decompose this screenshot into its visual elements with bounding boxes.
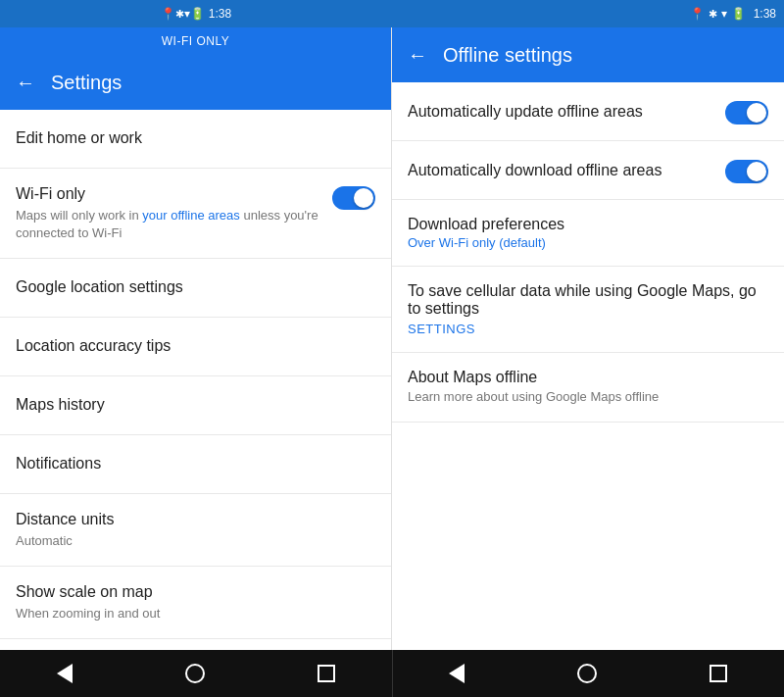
status-bar-left: 📍 ✱ ▾ 🔋 1:38 (0, 0, 392, 27)
settings-item-edit-home-work-label: Edit home or work (16, 128, 375, 149)
offline-item-download-preferences-label: Download preferences (408, 216, 768, 233)
nav-recent-button-right[interactable] (710, 665, 727, 682)
offline-item-about[interactable]: About Maps offline Learn more about usin… (392, 353, 784, 423)
status-bar-right: 📍 ✱ ▾ 🔋 1:38 (392, 0, 784, 27)
wifi-only-bar-label: WI-FI ONLY (162, 34, 229, 48)
status-battery-icon-right: 🔋 (731, 7, 746, 21)
offline-settings-title: Offline settings (443, 44, 572, 67)
offline-settings-list: Automatically update offline areas Autom… (392, 82, 784, 650)
offline-item-auto-download[interactable]: Automatically download offline areas (392, 141, 784, 200)
settings-back-button[interactable]: ← (16, 72, 35, 94)
status-bluetooth-icon-right: ✱ (709, 8, 717, 21)
offline-item-about-label: About Maps offline (408, 369, 768, 386)
status-time-right: 1:38 (754, 7, 776, 21)
nav-left (0, 664, 392, 683)
settings-item-google-location-label: Google location settings (16, 277, 375, 298)
settings-title: Settings (51, 72, 122, 94)
nav-right (393, 664, 785, 683)
status-battery-icon: 🔋 (190, 7, 205, 21)
settings-item-edit-home-work[interactable]: Edit home or work (0, 110, 391, 169)
settings-item-notifications-label: Notifications (16, 454, 375, 474)
settings-list: Edit home or work Wi-Fi only Maps will o… (0, 110, 391, 650)
settings-item-show-scale-sublabel: When zooming in and out (16, 605, 375, 622)
offline-item-download-preferences-sublabel[interactable]: Over Wi-Fi only (default) (408, 235, 768, 250)
auto-download-toggle[interactable] (725, 160, 768, 183)
offline-settings-panel: ← Offline settings Automatically update … (392, 27, 784, 650)
status-location-icon-right: 📍 (690, 7, 705, 21)
offline-item-cellular-data: To save cellular data while using Google… (392, 267, 784, 353)
offline-settings-header: ← Offline settings (392, 27, 784, 82)
settings-item-show-scale-label: Show scale on map (16, 582, 375, 603)
status-bluetooth-icon: ✱ (175, 8, 184, 21)
settings-item-distance-units[interactable]: Distance units Automatic (0, 494, 391, 567)
settings-item-google-location[interactable]: Google location settings (0, 259, 391, 318)
your-offline-areas-link[interactable]: your offline areas (142, 208, 240, 223)
auto-update-toggle[interactable] (725, 101, 768, 124)
status-location-icon: 📍 (161, 7, 175, 21)
settings-item-distance-units-sublabel: Automatic (16, 532, 375, 550)
settings-header: ← Settings (0, 55, 391, 110)
offline-item-download-preferences[interactable]: Download preferences Over Wi-Fi only (de… (392, 200, 784, 267)
wifi-only-toggle[interactable] (332, 186, 375, 210)
offline-item-auto-download-label: Automatically download offline areas (408, 162, 725, 179)
settings-item-distance-units-label: Distance units (16, 510, 375, 530)
status-time-left: 1:38 (209, 7, 231, 21)
settings-item-maps-history-label: Maps history (16, 395, 375, 416)
nav-home-button-right[interactable] (577, 664, 597, 683)
bottom-nav (0, 650, 784, 697)
settings-item-notifications[interactable]: Notifications (0, 435, 391, 494)
settings-item-wifi-only-content: Wi-Fi only Maps will only work in your o… (16, 184, 332, 242)
nav-back-button-right[interactable] (449, 664, 465, 683)
offline-item-auto-update-label: Automatically update offline areas (408, 103, 725, 121)
settings-item-wifi-only[interactable]: Wi-Fi only Maps will only work in your o… (0, 169, 391, 259)
status-bar: 📍 ✱ ▾ 🔋 1:38 📍 ✱ ▾ 🔋 1:38 (0, 0, 784, 27)
settings-item-location-accuracy-label: Location accuracy tips (16, 336, 375, 357)
offline-settings-back-button[interactable]: ← (408, 44, 427, 67)
settings-item-wifi-only-label: Wi-Fi only (16, 184, 332, 205)
settings-item-wifi-only-sublabel: Maps will only work in your offline area… (16, 207, 332, 242)
settings-item-maps-history[interactable]: Maps history (0, 376, 391, 435)
panels-container: WI-FI ONLY ← Settings Edit home or work … (0, 27, 784, 650)
offline-item-auto-update[interactable]: Automatically update offline areas (392, 82, 784, 141)
nav-home-button-left[interactable] (185, 664, 205, 683)
nav-back-button-left[interactable] (57, 664, 73, 683)
settings-item-show-scale[interactable]: Show scale on map When zooming in and ou… (0, 567, 391, 639)
settings-panel: WI-FI ONLY ← Settings Edit home or work … (0, 27, 392, 650)
settings-item-location-accuracy[interactable]: Location accuracy tips (0, 318, 391, 376)
offline-item-cellular-data-label: To save cellular data while using Google… (408, 282, 768, 318)
offline-item-about-sublabel: Learn more about using Google Maps offli… (408, 388, 768, 406)
status-wifi-icon-right: ▾ (721, 7, 727, 21)
offline-item-settings-link[interactable]: SETTINGS (408, 322, 768, 336)
nav-recent-button-left[interactable] (318, 665, 335, 682)
wifi-only-bar: WI-FI ONLY (0, 27, 391, 55)
